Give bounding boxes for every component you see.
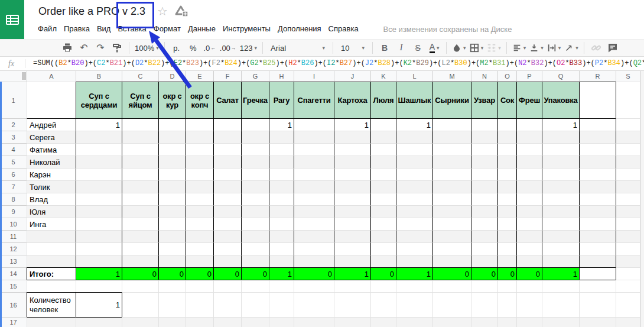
cell-S15[interactable]	[616, 280, 640, 292]
cell-A9[interactable]: Юля	[27, 205, 76, 218]
cell-F5[interactable]	[213, 156, 241, 168]
menu-item-1[interactable]: Файл	[38, 21, 57, 37]
cell-N2[interactable]	[471, 118, 497, 131]
row-header-8[interactable]: 8	[0, 193, 27, 205]
column-header-S[interactable]: S	[616, 71, 640, 82]
column-header-P[interactable]: P	[516, 71, 542, 82]
cell-B12[interactable]	[76, 242, 122, 255]
column-header-D[interactable]: D	[158, 71, 186, 82]
cell-L13[interactable]	[396, 255, 432, 267]
row-header-14[interactable]: 14	[0, 267, 27, 280]
cell-I3[interactable]	[294, 131, 334, 143]
cell-H1[interactable]: Рагу	[269, 82, 294, 118]
cell-Q9[interactable]	[542, 205, 579, 218]
fill-color-button[interactable]: ▾	[452, 41, 466, 55]
cell-O11[interactable]	[497, 230, 516, 242]
cell-G15[interactable]	[241, 280, 269, 292]
cell-G9[interactable]	[241, 205, 269, 218]
cell-E3[interactable]	[186, 131, 213, 143]
cell-O15[interactable]	[497, 280, 516, 292]
cell-G8[interactable]	[241, 193, 269, 205]
cell-H7[interactable]	[269, 180, 294, 193]
cell-B17[interactable]	[76, 317, 122, 327]
cell-N4[interactable]	[471, 143, 497, 156]
cell-H17[interactable]	[269, 317, 294, 327]
row-header-15[interactable]: 15	[0, 280, 27, 292]
row-header-4[interactable]: 4	[0, 143, 27, 156]
cell-G5[interactable]	[241, 156, 269, 168]
cell-A13[interactable]	[27, 255, 76, 267]
cell-I2[interactable]	[294, 118, 334, 131]
font-size-select[interactable]: 10▾	[339, 41, 367, 55]
cell-Q8[interactable]	[542, 193, 579, 205]
cell-K13[interactable]	[370, 255, 396, 267]
cell-E11[interactable]	[186, 230, 213, 242]
cell-E16[interactable]	[186, 292, 213, 317]
column-header-A[interactable]: A	[27, 71, 76, 82]
column-header-Q[interactable]: Q	[542, 71, 579, 82]
cell-E7[interactable]	[186, 180, 213, 193]
column-header-B[interactable]: B	[76, 71, 122, 82]
cell-P5[interactable]	[516, 156, 542, 168]
cell-L5[interactable]	[396, 156, 432, 168]
cell-O4[interactable]	[497, 143, 516, 156]
cell-L11[interactable]	[396, 230, 432, 242]
cell-F10[interactable]	[213, 218, 241, 230]
cell-O17[interactable]	[497, 317, 516, 327]
text-rotation-button[interactable]: ▾	[564, 41, 578, 55]
cell-I12[interactable]	[294, 242, 334, 255]
cell-S1[interactable]	[616, 82, 640, 118]
print-icon[interactable]	[61, 41, 74, 55]
undo-icon[interactable]: ↶	[77, 41, 90, 55]
row-header-16[interactable]: 16	[0, 292, 27, 317]
cell-D4[interactable]	[158, 143, 186, 156]
cell-H3[interactable]	[269, 131, 294, 143]
cell-F9[interactable]	[213, 205, 241, 218]
menu-item-6[interactable]: Данные	[188, 21, 216, 37]
cell-S5[interactable]	[616, 156, 640, 168]
cell-G16[interactable]	[241, 292, 269, 317]
menu-item-9[interactable]: Справка	[328, 21, 359, 37]
cell-O1[interactable]: Сок	[497, 82, 516, 118]
cell-L2[interactable]: 1	[396, 118, 432, 131]
cell-R7[interactable]	[579, 180, 616, 193]
cell-G17[interactable]	[241, 317, 269, 327]
cell-G4[interactable]	[241, 143, 269, 156]
cell-S4[interactable]	[616, 143, 640, 156]
row-header-1[interactable]: 1	[0, 82, 27, 118]
cell-C3[interactable]	[122, 131, 158, 143]
menu-item-7[interactable]: Инструменты	[223, 21, 271, 37]
cell-J2[interactable]: 1	[334, 118, 370, 131]
cell-C1[interactable]: Суп с яйцом	[122, 82, 158, 118]
cell-R13[interactable]	[579, 255, 616, 267]
column-header-K[interactable]: K	[370, 71, 396, 82]
cell-D8[interactable]	[158, 193, 186, 205]
cell-E4[interactable]	[186, 143, 213, 156]
cell-J9[interactable]	[334, 205, 370, 218]
cell-B15[interactable]	[76, 280, 122, 292]
cell-P16[interactable]	[516, 292, 542, 317]
cell-J7[interactable]	[334, 180, 370, 193]
cell-S13[interactable]	[616, 255, 640, 267]
cell-C12[interactable]	[122, 242, 158, 255]
formula-bar[interactable]: fx =SUM((B2*B20)+(C2*B21)+(D2*B22)+(E2*B…	[0, 57, 644, 71]
comment-icon[interactable]	[606, 41, 619, 55]
paint-format-icon[interactable]	[110, 41, 123, 55]
bold-button[interactable]: B	[378, 41, 391, 55]
cell-C11[interactable]	[122, 230, 158, 242]
cell-O3[interactable]	[497, 131, 516, 143]
cell-B10[interactable]	[76, 218, 122, 230]
redo-icon[interactable]: ↷	[94, 41, 107, 55]
cell-G12[interactable]	[241, 242, 269, 255]
row-header-17[interactable]: 17	[0, 317, 27, 327]
cell-R9[interactable]	[579, 205, 616, 218]
cell-E10[interactable]	[186, 218, 213, 230]
cell-L14[interactable]: 1	[396, 267, 432, 280]
cell-R17[interactable]	[579, 317, 616, 327]
cell-A5[interactable]: Николай	[27, 156, 76, 168]
cell-K7[interactable]	[370, 180, 396, 193]
cell-B3[interactable]	[76, 131, 122, 143]
cell-P7[interactable]	[516, 180, 542, 193]
cell-D10[interactable]	[158, 218, 186, 230]
cell-O16[interactable]	[497, 292, 516, 317]
